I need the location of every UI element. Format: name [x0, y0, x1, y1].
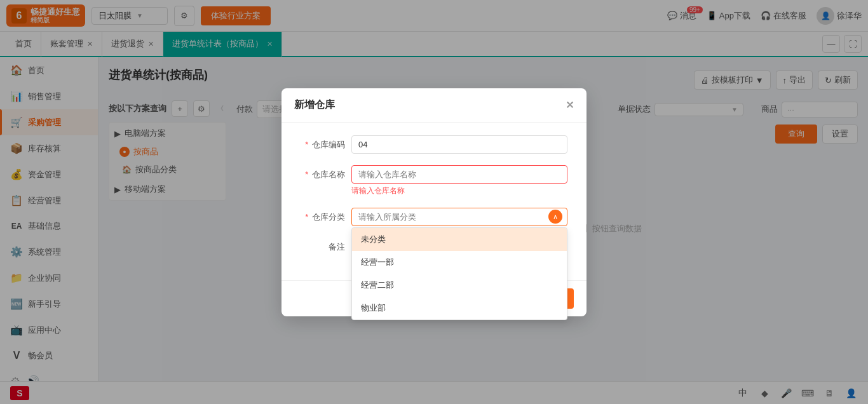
required-star-code: *: [305, 140, 308, 149]
dropdown-item-unclassified[interactable]: 未分类: [352, 228, 567, 251]
warehouse-category-row: * 仓库分类 ∧ 未分类 经营一部 经营二部 物业部: [301, 208, 567, 226]
warehouse-code-row: * 仓库编码: [301, 135, 567, 154]
name-label: * 仓库名称: [301, 165, 351, 180]
warehouse-name-row: * 仓库名称 请输入仓库名称: [301, 165, 567, 196]
category-input-wrap: ∧ 未分类 经营一部 经营二部 物业部: [351, 208, 567, 226]
note-label: 备注: [301, 238, 351, 253]
dropdown-item-ops1[interactable]: 经营一部: [352, 251, 567, 274]
modal-title: 新增仓库: [294, 98, 335, 112]
dropdown-item-property[interactable]: 物业部: [352, 297, 567, 320]
category-dropdown: 未分类 经营一部 经营二部 物业部: [351, 227, 567, 320]
add-warehouse-modal: 新增仓库 ✕ * 仓库编码 * 仓库名称: [281, 88, 587, 316]
modal-header: 新增仓库 ✕: [281, 88, 587, 123]
category-label: * 仓库分类: [301, 208, 351, 223]
warehouse-category-input[interactable]: [351, 208, 567, 226]
name-input-wrap: 请输入仓库名称: [351, 165, 567, 196]
modal-body: * 仓库编码 * 仓库名称 请输入仓库名称: [281, 123, 587, 280]
category-input-container: ∧: [351, 208, 567, 226]
warehouse-code-input[interactable]: [351, 135, 567, 154]
category-toggle-button[interactable]: ∧: [548, 210, 562, 224]
code-input-wrap: [351, 135, 567, 154]
name-error-msg: 请输入仓库名称: [351, 185, 567, 196]
dropdown-item-ops2[interactable]: 经营二部: [352, 274, 567, 297]
required-star-name: *: [305, 170, 308, 179]
code-label: * 仓库编码: [301, 135, 351, 151]
modal-close-button[interactable]: ✕: [566, 99, 574, 111]
modal-overlay[interactable]: 新增仓库 ✕ * 仓库编码 * 仓库名称: [0, 0, 868, 404]
warehouse-name-input[interactable]: [351, 165, 567, 184]
required-star-category: *: [305, 212, 308, 222]
